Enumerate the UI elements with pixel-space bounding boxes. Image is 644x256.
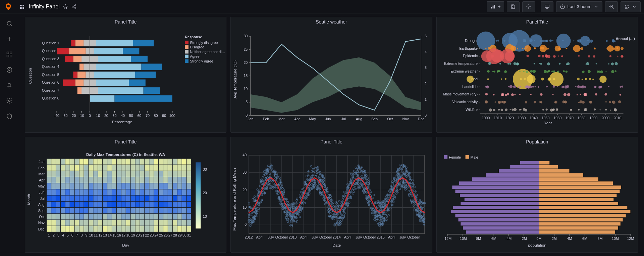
svg-text:Jun: Jun [39, 190, 45, 194]
svg-text:Male: Male [470, 155, 478, 159]
settings-button[interactable] [522, 1, 535, 12]
time-picker[interactable]: Last 3 hours [556, 1, 602, 12]
svg-rect-2386 [472, 177, 539, 181]
star-icon[interactable] [62, 4, 68, 10]
svg-point-978 [328, 206, 329, 208]
svg-text:Aug: Aug [356, 117, 362, 121]
search-icon[interactable] [6, 20, 13, 27]
svg-rect-727 [103, 202, 107, 207]
svg-rect-41 [98, 56, 131, 62]
share-icon[interactable] [71, 4, 77, 10]
svg-text:Month: Month [26, 194, 31, 205]
svg-rect-802 [154, 214, 158, 219]
svg-rect-509 [131, 159, 135, 165]
explore-icon[interactable] [6, 67, 13, 73]
svg-point-351 [541, 78, 544, 80]
svg-point-462 [594, 109, 596, 111]
save-button[interactable] [507, 1, 520, 12]
svg-point-1526 [254, 198, 255, 199]
svg-text:Oct: Oct [39, 215, 45, 219]
svg-rect-55 [94, 72, 135, 78]
monitor-button[interactable] [541, 1, 553, 12]
svg-text:15: 15 [112, 233, 116, 237]
svg-rect-872 [182, 226, 186, 232]
svg-text:30: 30 [113, 114, 117, 118]
svg-text:0M: 0M [536, 237, 541, 241]
svg-rect-765 [131, 208, 135, 213]
zoom-out-button[interactable] [605, 1, 618, 12]
svg-text:Question 6: Question 6 [42, 80, 59, 84]
add-panel-button[interactable]: + [487, 1, 504, 12]
svg-text:30: 30 [203, 167, 207, 171]
svg-rect-804 [163, 214, 168, 219]
dashboard-title[interactable]: Infinity Panel [29, 4, 60, 10]
svg-point-1199 [424, 214, 425, 216]
svg-rect-2376 [464, 198, 539, 201]
refresh-button[interactable] [621, 1, 641, 12]
dashboard-icon[interactable] [19, 4, 25, 9]
svg-rect-871 [177, 226, 182, 232]
svg-point-380 [509, 85, 513, 88]
panel-bubbles[interactable]: Panel Title DroughtEarthquakeEpidemicExt… [436, 17, 638, 133]
svg-text:22: 22 [145, 233, 149, 237]
svg-point-2334 [370, 191, 372, 193]
alerting-icon[interactable] [6, 82, 13, 89]
panel-heatmap[interactable]: Panel Title Daily Max Temperatures (C) i… [25, 137, 226, 253]
panel-population[interactable]: Population FemaleMale -12M-10M-8M-6M-4M-… [436, 137, 638, 253]
svg-rect-539 [121, 165, 126, 171]
svg-rect-773 [168, 208, 172, 213]
svg-point-2151 [312, 175, 314, 177]
svg-rect-2392 [510, 165, 539, 169]
svg-point-313 [513, 62, 516, 65]
panel-weather[interactable]: Seatle weather 051015202530012345JanFebM… [230, 17, 432, 133]
svg-rect-597 [93, 177, 98, 183]
svg-rect-2364 [460, 222, 539, 226]
svg-text:11: 11 [94, 233, 98, 237]
svg-point-273 [541, 47, 544, 49]
svg-text:30: 30 [182, 233, 186, 237]
svg-point-460 [489, 109, 492, 112]
svg-rect-2388 [485, 173, 539, 177]
svg-rect-633 [112, 183, 116, 189]
svg-rect-524 [51, 165, 56, 171]
svg-point-2252 [396, 193, 397, 195]
server-admin-icon[interactable] [6, 113, 13, 120]
svg-point-253 [612, 40, 614, 42]
likert-chart: Question 1Question 2Question 3Question 4… [25, 27, 226, 132]
svg-rect-738 [154, 202, 158, 207]
svg-point-1244 [279, 179, 281, 181]
panel-likert[interactable]: Panel Title Question 1Question 2Question… [25, 17, 226, 133]
svg-point-486 [599, 109, 600, 110]
svg-rect-2385 [539, 181, 613, 185]
svg-point-225 [549, 72, 564, 86]
svg-point-2267 [331, 215, 332, 217]
svg-rect-750 [61, 208, 65, 213]
svg-point-312 [595, 63, 597, 65]
svg-rect-649 [187, 183, 191, 189]
svg-rect-691 [84, 196, 89, 201]
svg-point-342 [493, 71, 495, 73]
svg-rect-12 [545, 5, 549, 7]
svg-rect-2368 [455, 214, 539, 218]
dashboards-icon[interactable] [6, 51, 13, 58]
svg-rect-791 [103, 214, 107, 219]
svg-text:0: 0 [89, 114, 91, 118]
svg-point-305 [499, 63, 501, 65]
svg-point-446 [589, 101, 590, 102]
svg-rect-786 [79, 214, 84, 219]
svg-rect-546 [154, 165, 158, 171]
svg-point-2048 [352, 193, 354, 194]
svg-rect-663 [103, 189, 107, 195]
svg-point-270 [594, 47, 595, 49]
grafana-logo[interactable] [3, 2, 13, 12]
svg-rect-866 [154, 226, 158, 232]
svg-text:5: 5 [425, 34, 427, 38]
svg-rect-852 [89, 226, 93, 232]
create-icon[interactable] [6, 36, 13, 42]
panel-rolling[interactable]: Panel Title 0102030402012AprilJulyOctobe… [230, 137, 432, 253]
svg-rect-580 [163, 171, 168, 177]
svg-rect-744 [182, 202, 186, 207]
configuration-icon[interactable] [6, 97, 13, 104]
svg-rect-640 [145, 183, 149, 189]
svg-rect-2393 [539, 165, 558, 169]
